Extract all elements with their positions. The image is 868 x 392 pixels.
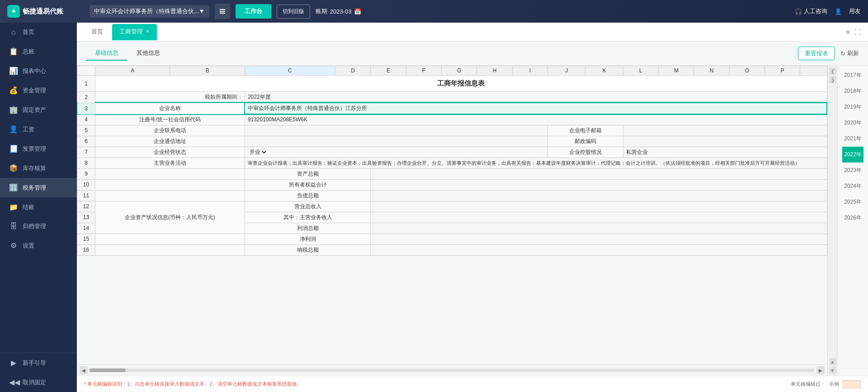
year-item-2018[interactable]: 2018年 <box>842 83 863 99</box>
holding-value[interactable]: 私营企业 <box>623 147 827 158</box>
sidebar-item-guide[interactable]: ▶ 新手引导 <box>0 353 77 373</box>
sidebar-item-close[interactable]: 📁 结账 <box>0 197 77 217</box>
total-profit-value[interactable] <box>371 223 827 234</box>
reg-code-value[interactable]: 91320100MA208E5W6K <box>245 114 827 125</box>
year-scroll-up-btn[interactable]: ▲ <box>829 358 836 365</box>
debt-group-label-11 <box>95 190 245 201</box>
net-profit-group-15 <box>95 234 245 244</box>
main-biz-value[interactable]: 审查企业会计报表；出具审计报告；验证企业资本；出具验资报告；办理企业合开、分立、… <box>245 158 827 168</box>
tab-business[interactable]: 工商管理 ✕ <box>112 24 157 40</box>
biz-status-select[interactable]: 开业 <box>248 148 268 156</box>
net-profit-value[interactable] <box>371 234 827 244</box>
expand-panel-btn[interactable]: ⛶ <box>854 29 861 36</box>
invoice-icon: 🧾 <box>9 144 18 153</box>
sidebar-item-settings[interactable]: ⚙ 设置 <box>0 236 77 255</box>
total-tax-value[interactable] <box>371 244 827 255</box>
tax-icon: 🔢 <box>9 183 18 192</box>
address-label: 企业通信地址 <box>95 136 245 147</box>
main-revenue-value[interactable] <box>371 212 827 223</box>
sidebar-item-salary[interactable]: 👤 工资 <box>0 120 77 139</box>
user-label: 用友 <box>849 7 861 15</box>
year-item-2017[interactable]: 2017年 <box>842 67 863 83</box>
col-header-c: C <box>245 66 335 76</box>
horizontal-scrollbar[interactable]: ◀ ▶ <box>77 364 827 376</box>
table-row: 12 企业资产状况信息(币种：人民币万元) 营业总收入 <box>77 201 827 212</box>
col-header-g: G <box>441 66 476 76</box>
sidebar-item-inventory[interactable]: 📦 库存核算 <box>0 158 77 178</box>
service-button[interactable]: 🎧 人工咨询 <box>795 7 827 15</box>
period-label: 账期 <box>316 7 327 15</box>
tax-period-value[interactable]: 2022年度 <box>245 92 827 103</box>
scroll-controls: ▲ ▼ <box>829 358 836 374</box>
sidebar-item-home[interactable]: ⌂ 首页 <box>0 23 77 42</box>
row-num-14: 14 <box>77 223 95 234</box>
scroll-track[interactable] <box>90 368 815 372</box>
tab-close-icon[interactable]: ✕ <box>146 29 150 34</box>
scroll-thumb[interactable] <box>90 368 126 372</box>
year-item-2021[interactable]: 2021年 <box>842 131 863 147</box>
workbench-button[interactable]: 工作台 <box>236 4 271 19</box>
total-assets-value[interactable] <box>371 168 827 179</box>
sidebar-item-archive[interactable]: 🗄 归档管理 <box>0 217 77 236</box>
year-item-2022[interactable]: 2022年 <box>842 147 863 163</box>
total-debt-value[interactable] <box>371 190 827 201</box>
close-panel-btn[interactable]: ✕ <box>845 29 851 36</box>
reports-icon: 📊 <box>9 67 18 75</box>
headset-icon: 🎧 <box>795 8 802 15</box>
sub-tab-basic-label: 基础信息 <box>95 49 118 56</box>
total-revenue-value[interactable] <box>371 201 827 212</box>
year-item-2024[interactable]: 2024年 <box>842 178 863 194</box>
switch-version-button[interactable]: 切到旧版 <box>277 5 310 19</box>
tab-home[interactable]: 首页 <box>84 24 110 40</box>
expand-right-btn[interactable]: ❯ <box>829 76 836 83</box>
year-item-2023[interactable]: 2023年 <box>842 163 863 178</box>
row-num-5: 5 <box>77 125 95 136</box>
scroll-right-btn[interactable]: ▶ <box>816 366 825 374</box>
sidebar-item-assets[interactable]: 🏢 固定资产 <box>0 100 77 120</box>
address-value[interactable] <box>245 136 547 147</box>
home-icon: ⌂ <box>9 28 18 36</box>
refresh-button[interactable]: ↻ 刷新 <box>840 49 859 57</box>
table-row: 3 企业名称 中审众环会计师事务所（特殊普通合伙）江苏分所 <box>77 103 827 114</box>
title-cell: 工商年报信息表 <box>95 76 827 92</box>
tabbar: 首页 工商管理 ✕ ✕ ⛶ <box>77 23 868 42</box>
year-scroll-down-btn[interactable]: ▼ <box>829 367 836 374</box>
year-item-2026[interactable]: 2026年 <box>842 210 863 226</box>
bottom-right: 单元格编辑过： 示例 <box>791 380 861 388</box>
sidebar-item-tax[interactable]: 🔢 税务管理 <box>0 178 77 197</box>
net-profit-label: 净利润 <box>245 234 370 244</box>
year-item-2020[interactable]: 2020年 <box>842 115 863 131</box>
reset-report-button[interactable]: 重置报表 <box>798 47 835 60</box>
equity-value[interactable] <box>371 179 827 190</box>
calendar-icon[interactable]: 📅 <box>354 8 361 15</box>
col-header-i: I <box>512 66 547 76</box>
sidebar-label-inventory: 库存核算 <box>23 164 46 172</box>
email-value[interactable] <box>623 125 827 136</box>
company-name-value[interactable]: 中审众环会计师事务所（特殊普通合伙）江苏分所 <box>245 103 827 114</box>
company-selector[interactable]: 中审众环会计师事务所（特殊普通合伙...▼ <box>90 5 209 18</box>
toolbar: 基础信息 其他信息 重置报表 ↻ 刷新 <box>77 42 868 66</box>
sub-tab-other[interactable]: 其他信息 <box>127 46 169 61</box>
sidebar-item-ledger[interactable]: 📋 总账 <box>0 42 77 61</box>
main-content: 首页 工商管理 ✕ ✕ ⛶ 基础信息 其他信息 <box>77 23 868 392</box>
tax-period-label: 税款所属期间： <box>95 92 245 103</box>
sidebar-item-reports[interactable]: 📊 报表中心 <box>0 61 77 81</box>
sidebar-label-close: 结账 <box>23 203 34 211</box>
year-item-2019[interactable]: 2019年 <box>842 99 863 115</box>
collapse-left-btn[interactable]: ❮ <box>829 67 836 75</box>
biz-status-value[interactable]: 开业 <box>245 147 547 158</box>
sidebar-item-invoice[interactable]: 🧾 发票管理 <box>0 139 77 158</box>
zipcode-value[interactable] <box>623 136 827 147</box>
tax-group-16 <box>95 244 245 255</box>
company-icon-btn[interactable] <box>215 4 230 19</box>
salary-icon: 👤 <box>9 125 18 134</box>
phone-value[interactable] <box>245 125 547 136</box>
sidebar-item-finance[interactable]: 💰 资金管理 <box>0 81 77 100</box>
scroll-left-btn[interactable]: ◀ <box>80 366 88 374</box>
sidebar-item-unpin[interactable]: ◀◀ 取消固定 <box>0 373 77 392</box>
spreadsheet-inner[interactable]: A B C D E F G H I J <box>77 66 827 364</box>
sidebar-label-salary: 工资 <box>23 125 34 134</box>
sub-tab-basic[interactable]: 基础信息 <box>86 46 127 61</box>
total-revenue-label: 营业总收入 <box>245 201 370 212</box>
year-item-2025[interactable]: 2025年 <box>842 194 863 210</box>
